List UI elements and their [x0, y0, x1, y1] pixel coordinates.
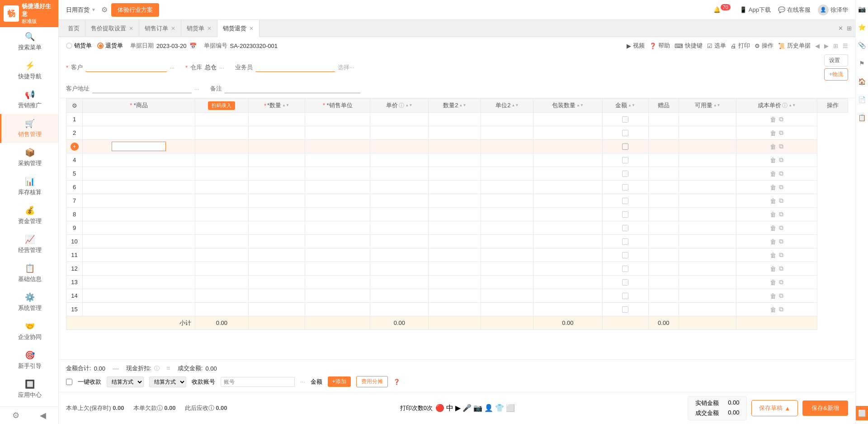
price-cell-14[interactable]: [305, 289, 370, 303]
delete-row-icon-5[interactable]: 🗑: [770, 170, 776, 177]
tool-icon-5[interactable]: 📷: [473, 404, 482, 413]
gift-checkbox-15[interactable]: [622, 306, 628, 313]
gift-cell-5[interactable]: [602, 167, 648, 181]
account-input[interactable]: [221, 377, 295, 387]
pack-cell-4[interactable]: [481, 153, 533, 167]
sidebar-item-newbie[interactable]: 🎯 新手引导: [0, 346, 58, 375]
one-pay-checkbox[interactable]: [66, 379, 72, 385]
delete-row-icon-14[interactable]: 🗑: [770, 292, 776, 300]
industry-dropdown[interactable]: 日用百货 ▼: [66, 6, 96, 14]
pack-cell-13[interactable]: [481, 276, 533, 289]
available-cell-14[interactable]: [648, 289, 679, 303]
gift-checkbox-5[interactable]: [622, 171, 628, 177]
product-cell-12[interactable]: [83, 262, 195, 276]
price-cell-2[interactable]: [305, 126, 370, 140]
toolbar-select[interactable]: ☑ 选单: [707, 42, 726, 50]
unit2-cell-8[interactable]: [429, 208, 481, 221]
qty2-cell-8[interactable]: [370, 208, 429, 221]
panel-photo-icon[interactable]: 📷: [857, 4, 868, 14]
amount-cell-13[interactable]: [533, 276, 602, 289]
gift-checkbox-13[interactable]: [622, 279, 628, 286]
price-cell-12[interactable]: [305, 262, 370, 276]
qty-cell-8[interactable]: [195, 208, 249, 221]
user-info[interactable]: 👤 徐泽华: [818, 5, 848, 15]
qty-cell-11[interactable]: [195, 248, 249, 262]
qty2-cell-12[interactable]: [370, 262, 429, 276]
cost-cell-6[interactable]: [679, 181, 736, 194]
product-cell-10[interactable]: [83, 235, 195, 248]
tab-home[interactable]: 首页: [62, 20, 85, 37]
amount-cell-1[interactable]: [533, 113, 602, 126]
sidebar-item-inventory[interactable]: 📊 库存核算: [0, 172, 58, 201]
amount-cell-4[interactable]: [533, 153, 602, 167]
pack-cell-6[interactable]: [481, 181, 533, 194]
gift-cell-6[interactable]: [602, 181, 648, 194]
settings-btn[interactable]: 设置: [824, 54, 848, 67]
gift-checkbox-4[interactable]: [622, 157, 628, 163]
salesperson-selector-icon[interactable]: 选择···: [338, 63, 354, 71]
cost-cell-11[interactable]: [679, 248, 736, 262]
cost-cell-15[interactable]: [679, 303, 736, 316]
add-row-icon[interactable]: +: [71, 143, 79, 151]
unit2-cell-3[interactable]: [429, 140, 481, 153]
delete-row-icon-4[interactable]: 🗑: [770, 157, 776, 164]
panel-list-icon[interactable]: 📋: [857, 112, 868, 123]
cost-cell-13[interactable]: [679, 276, 736, 289]
pack-cell-3[interactable]: [481, 140, 533, 153]
pack-cell-11[interactable]: [481, 248, 533, 262]
unit-cell-10[interactable]: [248, 235, 305, 248]
toolbar-print[interactable]: 🖨 打印: [731, 42, 750, 50]
panel-clip-icon[interactable]: 📎: [857, 40, 868, 51]
pack-cell-12[interactable]: [481, 262, 533, 276]
qty-cell-10[interactable]: [195, 235, 249, 248]
price-cell-15[interactable]: [305, 303, 370, 316]
qty-cell-7[interactable]: [195, 194, 249, 208]
available-cell-11[interactable]: [648, 248, 679, 262]
stat-debt-icon[interactable]: ⓘ: [157, 405, 163, 411]
price-cell-7[interactable]: [305, 194, 370, 208]
price-cell-3[interactable]: [305, 140, 370, 153]
qty2-cell-6[interactable]: [370, 181, 429, 194]
qty2-cell-7[interactable]: [370, 194, 429, 208]
unit-cell-1[interactable]: [248, 113, 305, 126]
product-cell-5[interactable]: [83, 167, 195, 181]
fee-split-btn[interactable]: 费用分摊: [356, 376, 388, 387]
gift-cell-14[interactable]: [602, 289, 648, 303]
qty-cell-3[interactable]: [195, 140, 249, 153]
price-cell-6[interactable]: [305, 181, 370, 194]
tab-price[interactable]: 售价提取设置 ✕: [85, 20, 139, 37]
available-cell-12[interactable]: [648, 262, 679, 276]
pack-cell-15[interactable]: [481, 303, 533, 316]
gift-checkbox-7[interactable]: [622, 198, 628, 204]
unit2-cell-4[interactable]: [429, 153, 481, 167]
unit2-cell-7[interactable]: [429, 194, 481, 208]
copy-row-icon-1[interactable]: ⧉: [779, 115, 783, 123]
product-cell-9[interactable]: [83, 221, 195, 235]
product-cell-1[interactable]: [83, 113, 195, 126]
available-cell-3[interactable]: [648, 140, 679, 153]
tab-menu-icon[interactable]: ⊞: [847, 25, 852, 32]
amount-cell-9[interactable]: [533, 221, 602, 235]
cost-cell-9[interactable]: [679, 221, 736, 235]
radio-return-doc[interactable]: 退货单: [97, 42, 123, 50]
scan-btn[interactable]: 扫码录入: [208, 101, 235, 110]
grid-view-icon[interactable]: ⊞: [833, 43, 838, 49]
sidebar-item-search[interactable]: 🔍 搜索菜单: [0, 27, 58, 56]
cost-cell-5[interactable]: [679, 167, 736, 181]
sidebar-item-marketing[interactable]: 📢 营销推广: [0, 85, 58, 114]
gift-checkbox-active[interactable]: [622, 143, 628, 150]
online-service-btn[interactable]: 💬 在线客服: [778, 6, 811, 14]
collapse-icon[interactable]: ◀: [40, 410, 46, 420]
gift-cell-1[interactable]: [602, 113, 648, 126]
unit-cell-4[interactable]: [248, 153, 305, 167]
price-info-icon[interactable]: ⓘ: [399, 102, 404, 110]
pack-cell-7[interactable]: [481, 194, 533, 208]
tool-icon-8[interactable]: ⬜: [506, 404, 515, 413]
sidebar-item-appstore[interactable]: 🔲 应用中心: [0, 375, 58, 404]
product-cell-2[interactable]: [83, 126, 195, 140]
address-selector-icon[interactable]: ···: [194, 86, 199, 92]
next-record-icon[interactable]: ▶: [824, 43, 829, 49]
cost-cell-8[interactable]: [679, 208, 736, 221]
amount-cell-6[interactable]: [533, 181, 602, 194]
tab-return[interactable]: 销货退货 ✕: [217, 20, 259, 37]
